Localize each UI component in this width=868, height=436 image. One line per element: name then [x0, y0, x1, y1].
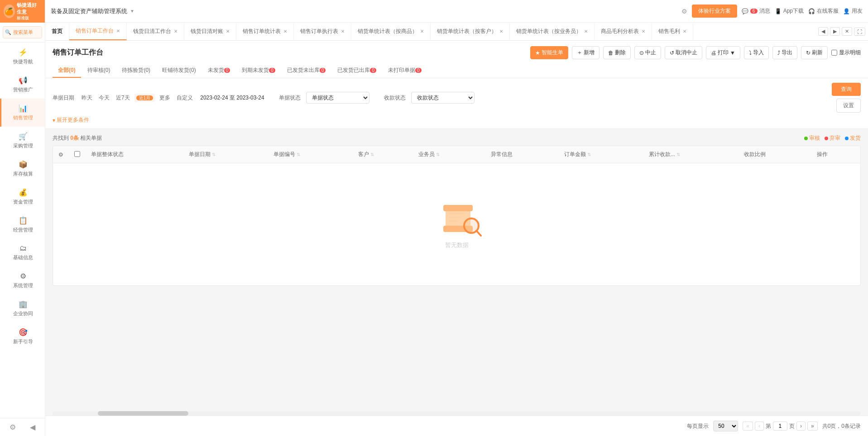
status-filter-select[interactable]: 单据状态 — [306, 92, 369, 104]
print-dropdown-icon[interactable]: ▼ — [730, 50, 735, 56]
cancel-stop-button[interactable]: ↺ 取消中止 — [665, 46, 702, 59]
search-menu-button[interactable]: 🔍 搜索菜单 — [3, 26, 42, 38]
tab-sales-order-workspace[interactable]: 销售订单工作台 ✕ — [69, 23, 127, 40]
date-sort-icon[interactable]: ⇅ — [212, 152, 216, 157]
sidebar-collapse-button[interactable]: ◀ — [30, 423, 35, 431]
tab-home[interactable]: 首页 — [45, 23, 69, 40]
tab-fullscreen[interactable]: ⛶ — [854, 28, 865, 36]
cancel-audit-button[interactable]: 弃审 — [825, 134, 840, 142]
subtab-shipped-not-in[interactable]: 已发货未出库0 — [282, 64, 331, 78]
staff-sort-icon[interactable]: ⇅ — [436, 152, 440, 157]
per-page-select[interactable]: 50 10 20 100 — [713, 421, 738, 431]
payment-filter-select[interactable]: 收款状态 — [411, 92, 475, 104]
first-page-button[interactable]: « — [743, 422, 753, 431]
sidebar-item-marketing[interactable]: 📢 营销推广 — [0, 71, 45, 99]
tab-sales-stat[interactable]: 销售订单统计表 ✕ — [236, 23, 294, 40]
sidebar-item-system[interactable]: ⚙ 系统管理 — [0, 266, 45, 294]
subtab-pending-review[interactable]: 待审核(0) — [82, 64, 116, 78]
tab-cash-reconcile[interactable]: 钱货日清对账 ✕ — [184, 23, 236, 40]
date-last7[interactable]: 近7天 — [114, 93, 132, 103]
tab-close-sales-by-product[interactable]: ✕ — [420, 29, 424, 34]
last-page-button[interactable]: » — [807, 422, 818, 431]
tab-close-cash-reconcile[interactable]: ✕ — [226, 29, 230, 34]
tab-close-sales-by-staff[interactable]: ✕ — [584, 29, 588, 34]
sidebar-item-quick-nav[interactable]: ⚡ 快捷导航 — [0, 43, 45, 71]
stop-button[interactable]: ⊙ 中止 — [634, 46, 661, 59]
sidebar-item-newbie[interactable]: 🎯 新手引导 — [0, 322, 45, 351]
solution-button[interactable]: 体验行业方案 — [692, 5, 737, 18]
expand-filter-button[interactable]: ▾ 展开更多条件 — [53, 116, 861, 124]
th-collected[interactable]: 累计收款... ⇅ — [643, 146, 739, 163]
sidebar-item-purchase[interactable]: 🛒 采购管理 — [0, 127, 45, 155]
message-button[interactable]: 💬 6 消息 — [742, 7, 770, 15]
th-date[interactable]: 单据日期 ⇅ — [183, 146, 268, 163]
audit-button[interactable]: 审核 — [804, 134, 820, 142]
delete-button[interactable]: 🗑 删除 — [603, 46, 631, 59]
page-input[interactable] — [773, 422, 787, 431]
show-detail-checkbox[interactable] — [831, 50, 837, 56]
show-detail-toggle[interactable]: 显示明细 — [831, 49, 861, 57]
tab-close-sales-profit[interactable]: ✕ — [683, 29, 686, 34]
date-more[interactable]: 更多 — [158, 93, 172, 103]
horizontal-scrollbar[interactable] — [53, 411, 861, 416]
tab-sales-by-staff[interactable]: 销货单统计表（按业务员） ✕ — [510, 23, 595, 40]
online-service-button[interactable]: 🎧 在线客服 — [808, 7, 839, 15]
th-checkbox[interactable] — [69, 146, 86, 163]
date-yesterday[interactable]: 昨天 — [80, 93, 94, 103]
next-page-button[interactable]: › — [796, 422, 806, 431]
th-amount[interactable]: 订单金额 ⇅ — [559, 146, 643, 163]
subtab-all[interactable]: 全部(0) — [53, 64, 81, 78]
subtab-overdue[interactable]: 到期未发货0 — [236, 64, 281, 78]
subtab-not-printed[interactable]: 未打印单据0 — [383, 64, 427, 78]
collected-sort-icon[interactable]: ⇅ — [676, 152, 680, 157]
select-all-checkbox[interactable] — [74, 151, 80, 157]
tab-scroll-right[interactable]: ▶ — [830, 27, 840, 36]
amount-sort-icon[interactable]: ⇅ — [587, 152, 591, 157]
user-menu-button[interactable]: 👤 用友 — [843, 7, 863, 15]
tab-gross-margin[interactable]: 商品毛利分析表 ✕ — [595, 23, 652, 40]
prev-page-button[interactable]: ‹ — [755, 422, 764, 431]
scrollbar-thumb[interactable] — [98, 411, 188, 416]
smart-gen-button[interactable]: ★ 智能生单 — [530, 46, 568, 59]
customer-sort-icon[interactable]: ⇅ — [370, 152, 374, 157]
subtab-pending-inspect[interactable]: 待拣验货(0) — [116, 64, 156, 78]
tab-close-sales-by-customer[interactable]: ✕ — [499, 29, 503, 34]
tab-cash-daily[interactable]: 钱货日清工作台 ✕ — [127, 23, 184, 40]
th-number[interactable]: 单据编号 ⇅ — [268, 146, 353, 163]
sidebar-item-finance[interactable]: 💰 资金管理 — [0, 183, 45, 211]
ship-button[interactable]: 发货 — [845, 134, 861, 142]
tab-close-sales-order[interactable]: ✕ — [116, 28, 120, 33]
sidebar-item-basic[interactable]: 🗂 基础信息 — [0, 239, 45, 266]
title-expand-icon[interactable]: ▼ — [130, 9, 134, 14]
th-settings[interactable]: ⚙ — [53, 146, 69, 163]
tab-close-all[interactable]: ✕ — [842, 27, 852, 36]
date-custom[interactable]: 自定义 — [175, 93, 195, 103]
sidebar-item-sales[interactable]: 📊 销售管理 — [0, 99, 45, 127]
sidebar-item-inventory[interactable]: 📦 库存核算 — [0, 155, 45, 183]
import-button[interactable]: ⤵ 导入 — [744, 46, 769, 59]
subtab-not-shipped[interactable]: 未发货0 — [202, 64, 236, 78]
tab-close-gross-margin[interactable]: ✕ — [642, 29, 645, 34]
tab-sales-by-customer[interactable]: 销货单统计表（按客户） ✕ — [431, 23, 510, 40]
refresh-button[interactable]: ↻ 刷新 — [801, 46, 828, 59]
th-customer[interactable]: 客户 ⇅ — [353, 146, 413, 163]
topbar-settings-icon[interactable]: ⚙ — [681, 8, 687, 15]
sidebar-settings-button[interactable]: ⚙ — [10, 423, 16, 431]
subtab-shipped-out[interactable]: 已发货已出库0 — [332, 64, 382, 78]
tab-close-cash-daily[interactable]: ✕ — [174, 29, 177, 34]
sidebar-item-operation[interactable]: 📋 经营管理 — [0, 211, 45, 239]
tab-close-sales-stat[interactable]: ✕ — [283, 29, 287, 34]
number-sort-icon[interactable]: ⇅ — [297, 152, 300, 157]
date-last1m[interactable]: 近1月 — [134, 94, 155, 102]
subtab-wangpu[interactable]: 旺铺待发货(0) — [157, 64, 201, 78]
print-button[interactable]: 🖨 打印 ▼ — [706, 46, 740, 59]
tab-close-sales-exec[interactable]: ✕ — [341, 29, 345, 34]
date-today[interactable]: 今天 — [97, 93, 111, 103]
export-button[interactable]: ⤴ 导出 — [772, 46, 797, 59]
add-button[interactable]: ＋ 新增 — [572, 46, 599, 59]
th-staff[interactable]: 业务员 ⇅ — [413, 146, 485, 163]
tab-sales-exec[interactable]: 销售订单执行表 ✕ — [294, 23, 351, 40]
tab-sales-profit[interactable]: 销售毛利 ✕ — [652, 23, 693, 40]
sidebar-item-enterprise[interactable]: 🏢 企业协同 — [0, 294, 45, 322]
query-button[interactable]: 查询 — [832, 83, 861, 96]
